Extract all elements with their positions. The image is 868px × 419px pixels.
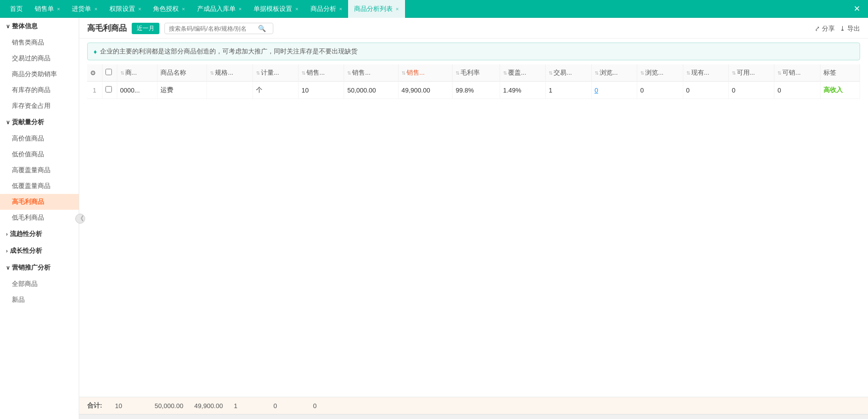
- col-spec[interactable]: ⇅规格...: [207, 64, 253, 82]
- sort-icon: ⇅: [549, 70, 553, 76]
- chevron-down-icon: ∨: [6, 119, 10, 126]
- chevron-right-icon: ›: [6, 231, 8, 237]
- search-icon[interactable]: 🔍: [258, 25, 266, 32]
- col-unit[interactable]: ⇅计量...: [253, 64, 298, 82]
- nav-tab-permission[interactable]: 权限设置 ×: [103, 0, 147, 18]
- row-checkbox[interactable]: [102, 82, 117, 99]
- sort-icon: ⇅: [777, 70, 781, 76]
- export-icon: ⤓: [840, 25, 845, 32]
- sidebar-item-all-goods[interactable]: 全部商品: [0, 276, 79, 292]
- close-icon[interactable]: ×: [94, 6, 97, 12]
- col-checkbox: [102, 64, 117, 82]
- col-coverage[interactable]: ⇅覆盖...: [500, 64, 545, 82]
- window-close-button[interactable]: ✕: [850, 4, 864, 13]
- nav-tab-template[interactable]: 单据模板设置 ×: [248, 0, 304, 18]
- sidebar-group-overall[interactable]: ∨ 整体信息: [0, 18, 79, 35]
- row-coverage: 1.49%: [500, 82, 545, 99]
- chevron-down-icon: ∨: [6, 265, 10, 271]
- sort-icon: ⇅: [347, 70, 351, 76]
- row-browse1[interactable]: 0: [591, 82, 637, 99]
- row-stock-avail: 0: [728, 82, 774, 99]
- date-filter-button[interactable]: 近一月: [132, 23, 159, 34]
- table-row: 1 0000... 运费: [87, 82, 860, 99]
- col-tag: 标签: [820, 64, 860, 82]
- row-tag: 高收入: [820, 82, 860, 99]
- share-button[interactable]: ⤤ 分享: [815, 24, 835, 33]
- sidebar-item-traded-goods[interactable]: 交易过的商品: [0, 50, 79, 66]
- sort-icon: ⇅: [402, 70, 406, 76]
- col-name[interactable]: 商品名称: [157, 64, 206, 82]
- sidebar-item-high-coverage[interactable]: 高覆盖量商品: [0, 162, 79, 178]
- nav-tab-sales[interactable]: 销售单 ×: [29, 0, 66, 18]
- export-button[interactable]: ⤓ 导出: [840, 24, 860, 33]
- sidebar-group-contribution[interactable]: ∨ 贡献量分析: [0, 114, 79, 131]
- row-select-checkbox[interactable]: [105, 86, 112, 93]
- close-icon[interactable]: ×: [339, 6, 342, 12]
- col-browse2[interactable]: ⇅浏览...: [637, 64, 683, 82]
- footer-sales-qty: 10: [112, 402, 152, 410]
- nav-tab-analysis-list[interactable]: 商品分析列表 ×: [348, 0, 405, 18]
- nav-tab-role[interactable]: 角色授权 ×: [147, 0, 191, 18]
- sort-icon: ⇅: [686, 70, 690, 76]
- top-navigation: 首页 销售单 × 进货单 × 权限设置 × 角色授权 × 产成品入库单 × 单据…: [0, 0, 868, 18]
- col-transactions[interactable]: ⇅交易...: [546, 64, 591, 82]
- sidebar-item-low-coverage[interactable]: 低覆盖量商品: [0, 178, 79, 194]
- nav-tab-purchase[interactable]: 进货单 ×: [66, 0, 103, 18]
- col-sales-qty[interactable]: ⇅销售...: [299, 64, 344, 82]
- sort-icon: ⇅: [302, 70, 306, 76]
- row-name: 运费: [157, 82, 206, 99]
- sidebar-group-growth[interactable]: › 成长性分析: [0, 242, 79, 259]
- sidebar-item-low-margin[interactable]: 低毛利商品: [0, 210, 79, 226]
- footer-label: 合计:: [87, 401, 102, 410]
- sort-icon: ⇅: [503, 70, 507, 76]
- col-sales-profit[interactable]: ⇅销售...: [398, 64, 452, 82]
- sidebar-item-new-goods[interactable]: 新品: [0, 292, 79, 308]
- col-gross-rate[interactable]: ⇅毛利率: [453, 64, 500, 82]
- col-browse1[interactable]: ⇅浏览...: [591, 64, 637, 82]
- sidebar-item-high-value[interactable]: 高价值商品: [0, 131, 79, 146]
- sidebar-item-category-sales-rate[interactable]: 商品分类助销率: [0, 66, 79, 82]
- sort-icon: ⇅: [210, 70, 214, 76]
- sidebar-collapse-button[interactable]: 《: [75, 214, 85, 224]
- nav-tab-home[interactable]: 首页: [4, 0, 29, 18]
- sidebar-group-marketing[interactable]: ∨ 营销推广分析: [0, 259, 79, 276]
- footer-stock-avail: 0: [310, 402, 350, 410]
- row-sales-qty: 10: [299, 82, 344, 99]
- row-stock-now: 0: [683, 82, 728, 99]
- sidebar-item-stocked-goods[interactable]: 有库存的商品: [0, 82, 79, 98]
- close-icon[interactable]: ×: [57, 6, 60, 12]
- close-icon[interactable]: ×: [396, 6, 399, 12]
- sidebar-item-stock-capital[interactable]: 库存资金占用: [0, 98, 79, 114]
- info-icon: ♦: [94, 48, 97, 55]
- table-container: ⚙ ⇅商... 商品名称 ⇅规格... ⇅计量... ⇅销售... ⇅销售...…: [79, 64, 868, 397]
- settings-icon[interactable]: ⚙: [90, 69, 96, 77]
- nav-tab-analysis[interactable]: 商品分析 ×: [305, 0, 348, 18]
- sidebar-wrapper: ∨ 整体信息 销售类商品 交易过的商品 商品分类助销率 有库存的商品 库存资金占…: [0, 18, 79, 419]
- col-stock-avail[interactable]: ⇅可用...: [728, 64, 774, 82]
- footer-sales-amt: 50,000.00: [152, 402, 191, 410]
- sidebar-group-trend[interactable]: › 流趋性分析: [0, 226, 79, 242]
- select-all-checkbox[interactable]: [105, 69, 112, 75]
- close-icon[interactable]: ×: [239, 6, 242, 12]
- close-icon[interactable]: ×: [295, 6, 298, 12]
- col-settings[interactable]: ⚙: [87, 64, 102, 82]
- chevron-right-icon: ›: [6, 248, 8, 254]
- col-stock-now[interactable]: ⇅现有...: [683, 64, 728, 82]
- col-sales-amt[interactable]: ⇅销售...: [344, 64, 398, 82]
- col-code[interactable]: ⇅商...: [117, 64, 157, 82]
- search-box[interactable]: 🔍: [164, 23, 273, 34]
- sort-icon: ⇅: [732, 70, 736, 76]
- row-spec: [207, 82, 253, 99]
- close-icon[interactable]: ×: [182, 6, 185, 12]
- search-input[interactable]: [169, 25, 258, 32]
- close-icon[interactable]: ×: [138, 6, 141, 12]
- sidebar-item-low-value[interactable]: 低价值商品: [0, 146, 79, 162]
- row-unit: 个: [253, 82, 298, 99]
- sidebar-item-sales-goods[interactable]: 销售类商品: [0, 35, 79, 50]
- sort-icon: ⇅: [120, 70, 124, 76]
- nav-tab-production[interactable]: 产成品入库单 ×: [191, 0, 248, 18]
- col-stock-sell[interactable]: ⇅可销...: [774, 64, 820, 82]
- horizontal-scrollbar[interactable]: [79, 414, 868, 419]
- sidebar-item-high-margin[interactable]: 高毛利商品: [0, 194, 79, 210]
- row-transactions: 1: [546, 82, 591, 99]
